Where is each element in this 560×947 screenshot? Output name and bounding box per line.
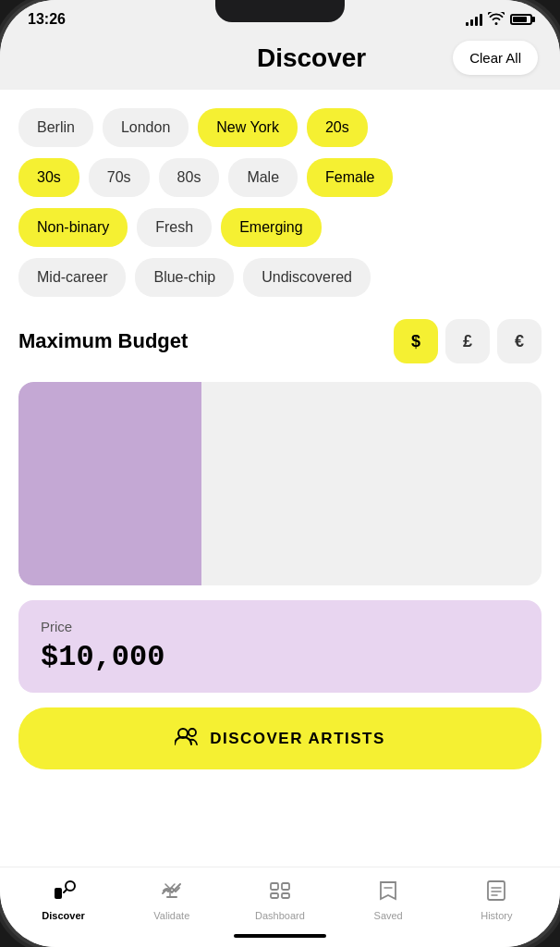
nav-item-dashboard[interactable]: Dashboard bbox=[252, 879, 308, 921]
nav-label-dashboard: Dashboard bbox=[255, 910, 305, 921]
filter-male[interactable]: Male bbox=[228, 158, 298, 197]
budget-slider-area[interactable] bbox=[18, 382, 542, 585]
filter-row-3: Non-binary Fresh Emerging bbox=[18, 208, 542, 247]
currency-buttons: $ £ € bbox=[394, 319, 542, 363]
price-label: Price bbox=[41, 619, 519, 634]
filter-berlin[interactable]: Berlin bbox=[18, 108, 93, 147]
svg-rect-5 bbox=[271, 883, 278, 890]
page-title: Discover bbox=[170, 43, 453, 73]
nav-item-saved[interactable]: Saved bbox=[360, 879, 416, 921]
currency-usd[interactable]: $ bbox=[394, 319, 438, 363]
filter-70s[interactable]: 70s bbox=[89, 158, 150, 197]
notch bbox=[215, 0, 345, 22]
validate-nav-icon bbox=[160, 879, 184, 906]
discover-artists-label: DISCOVER ARTISTS bbox=[210, 730, 385, 748]
phone-screen: 13:26 bbox=[0, 0, 560, 947]
nav-item-discover[interactable]: Discover bbox=[36, 879, 91, 921]
discover-artists-button[interactable]: DISCOVER ARTISTS bbox=[18, 707, 542, 769]
status-time: 13:26 bbox=[28, 11, 66, 28]
signal-icon bbox=[466, 13, 482, 26]
filter-fresh[interactable]: Fresh bbox=[137, 208, 212, 247]
bottom-nav: Discover Validate bbox=[0, 867, 560, 925]
filter-undiscovered[interactable]: Undiscovered bbox=[243, 258, 371, 297]
svg-point-1 bbox=[189, 729, 196, 736]
filter-row-1: Berlin London New York 20s bbox=[18, 108, 542, 147]
price-value: $10,000 bbox=[41, 640, 519, 674]
svg-rect-9 bbox=[488, 881, 505, 900]
filter-blue-chip[interactable]: Blue-chip bbox=[135, 258, 234, 297]
budget-label: Maximum Budget bbox=[18, 329, 188, 353]
filter-non-binary[interactable]: Non-binary bbox=[18, 208, 128, 247]
nav-item-history[interactable]: History bbox=[469, 879, 524, 921]
home-indicator bbox=[0, 925, 560, 947]
filter-row-4: Mid-career Blue-chip Undiscovered bbox=[18, 258, 542, 297]
currency-eur[interactable]: € bbox=[497, 319, 542, 363]
clear-all-button[interactable]: Clear All bbox=[453, 41, 538, 75]
filter-mid-career[interactable]: Mid-career bbox=[18, 258, 126, 297]
filter-female[interactable]: Female bbox=[307, 158, 393, 197]
nav-label-discover: Discover bbox=[42, 910, 84, 921]
home-bar bbox=[234, 934, 326, 938]
wifi-icon bbox=[488, 12, 505, 28]
budget-section: Maximum Budget $ £ € Price $10,000 bbox=[18, 319, 542, 769]
slider-fill bbox=[18, 382, 201, 585]
nav-label-saved: Saved bbox=[374, 910, 403, 921]
filter-80s[interactable]: 80s bbox=[159, 158, 220, 197]
status-icons bbox=[466, 12, 532, 28]
nav-label-history: History bbox=[481, 910, 512, 921]
price-display: Price $10,000 bbox=[18, 600, 542, 693]
nav-label-validate: Validate bbox=[153, 910, 189, 921]
svg-rect-2 bbox=[55, 888, 62, 899]
history-nav-icon bbox=[484, 879, 508, 906]
filter-30s[interactable]: 30s bbox=[18, 158, 79, 197]
battery-icon bbox=[510, 14, 532, 25]
filter-london[interactable]: London bbox=[103, 108, 189, 147]
main-content: Berlin London New York 20s 30s 70s 80s M… bbox=[0, 90, 560, 867]
nav-item-validate[interactable]: Validate bbox=[144, 879, 200, 921]
filter-rows: Berlin London New York 20s 30s 70s 80s M… bbox=[18, 108, 542, 297]
discover-nav-icon bbox=[52, 879, 76, 906]
svg-rect-7 bbox=[271, 893, 278, 898]
filter-new-york[interactable]: New York bbox=[198, 108, 298, 147]
saved-nav-icon bbox=[376, 879, 400, 906]
svg-rect-6 bbox=[282, 883, 289, 890]
currency-gbp[interactable]: £ bbox=[445, 319, 490, 363]
dashboard-nav-icon bbox=[268, 879, 292, 906]
filter-20s[interactable]: 20s bbox=[307, 108, 368, 147]
svg-line-4 bbox=[64, 890, 67, 892]
phone-frame: 13:26 bbox=[0, 0, 560, 947]
filter-emerging[interactable]: Emerging bbox=[221, 208, 321, 247]
header: Discover Clear All bbox=[0, 33, 560, 90]
budget-header: Maximum Budget $ £ € bbox=[18, 319, 542, 363]
filter-row-2: 30s 70s 80s Male Female bbox=[18, 158, 542, 197]
svg-rect-8 bbox=[282, 893, 289, 898]
discover-icon bbox=[175, 726, 199, 751]
